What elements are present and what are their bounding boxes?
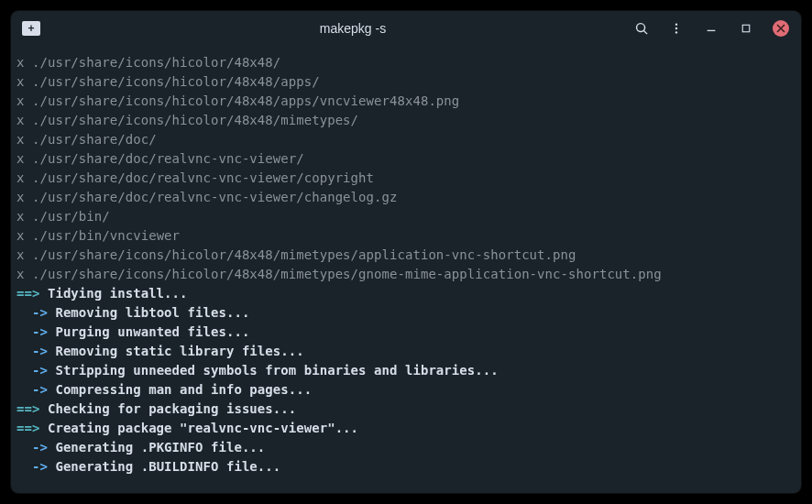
terminal-line: x ./usr/share/doc/realvnc-vnc-viewer/cha… xyxy=(16,188,796,207)
close-button[interactable] xyxy=(770,17,792,39)
terminal-line: -> Removing static library files... xyxy=(16,342,796,361)
terminal-line: -> Generating .PKGINFO file... xyxy=(16,438,796,457)
terminal-line: x ./usr/share/doc/realvnc-vnc-viewer/ xyxy=(16,149,796,169)
terminal-line: x ./usr/share/icons/hicolor/48x48/mimety… xyxy=(16,246,796,265)
terminal-line: x ./usr/share/doc/ xyxy=(16,130,796,149)
terminal-output[interactable]: x ./usr/share/icons/hicolor/48x48/x ./us… xyxy=(11,46,801,493)
window-title: makepkg -s xyxy=(82,21,623,36)
minimize-button[interactable] xyxy=(700,17,722,39)
terminal-line: -> Generating .BUILDINFO file... xyxy=(16,457,796,477)
terminal-line: x ./usr/share/icons/hicolor/48x48/ xyxy=(16,53,796,72)
terminal-line: ==> Checking for packaging issues... xyxy=(16,400,796,419)
terminal-line: x ./usr/share/doc/realvnc-vnc-viewer/cop… xyxy=(16,169,796,188)
svg-point-1 xyxy=(675,27,677,29)
titlebar: + makepkg -s xyxy=(11,11,801,46)
svg-point-0 xyxy=(675,23,677,25)
terminal-line: x ./usr/share/icons/hicolor/48x48/mimety… xyxy=(16,265,796,284)
terminal-line: x ./usr/bin/vncviewer xyxy=(16,226,796,246)
terminal-line: x ./usr/share/icons/hicolor/48x48/apps/ xyxy=(16,72,796,92)
maximize-icon xyxy=(741,23,752,34)
menu-button[interactable] xyxy=(665,17,687,39)
terminal-line: -> Removing libtool files... xyxy=(16,303,796,323)
new-tab-button[interactable]: + xyxy=(20,17,42,39)
terminal-line: -> Stripping unneeded symbols from binar… xyxy=(16,361,796,380)
terminal-line: x ./usr/share/icons/hicolor/48x48/apps/v… xyxy=(16,92,796,111)
svg-rect-4 xyxy=(742,25,750,32)
search-icon xyxy=(635,22,649,36)
minimize-icon xyxy=(705,22,718,35)
maximize-button[interactable] xyxy=(735,17,757,39)
svg-rect-3 xyxy=(708,30,716,31)
kebab-menu-icon xyxy=(670,22,683,35)
terminal-window: + makepkg -s xyxy=(11,11,801,493)
terminal-line: x ./usr/bin/ xyxy=(16,207,796,226)
terminal-line: x ./usr/share/icons/hicolor/48x48/mimety… xyxy=(16,111,796,130)
search-button[interactable] xyxy=(631,17,653,39)
terminal-line: -> Purging unwanted files... xyxy=(16,323,796,342)
terminal-line: ==> Creating package "realvnc-vnc-viewer… xyxy=(16,419,796,438)
svg-point-2 xyxy=(675,31,677,33)
terminal-line: -> Compressing man and info pages... xyxy=(16,380,796,400)
close-icon xyxy=(776,24,785,33)
terminal-line: ==> Tidying install... xyxy=(16,284,796,303)
